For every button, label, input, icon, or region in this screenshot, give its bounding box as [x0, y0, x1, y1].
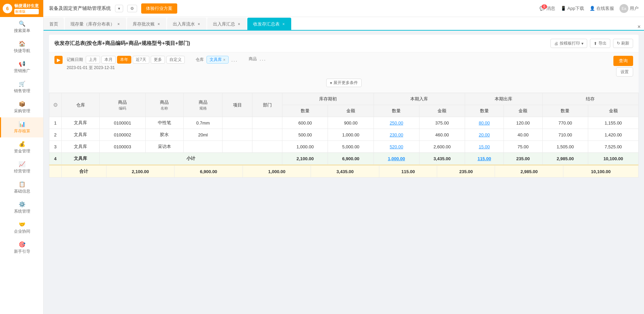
sidebar-item-basic[interactable]: 📋 基础信息	[0, 178, 43, 198]
warehouse-remove-btn[interactable]: ×	[223, 57, 226, 62]
filter-expand-row: ▾ 展开更多条件	[54, 77, 633, 89]
open-amt-cell: 900.00	[328, 117, 374, 129]
sub-label: 小计	[100, 153, 282, 165]
date-buttons: 上月 本月 本年 近7天 更多 自定义	[86, 56, 185, 64]
sub-out-qty[interactable]: 115.00	[465, 153, 504, 165]
gear-btn[interactable]: ⚙	[53, 102, 58, 108]
app-download-btn[interactable]: 📱 App下载	[561, 5, 584, 12]
col-settings[interactable]: ⚙	[49, 93, 62, 117]
bal-amt-cell: 1,155.00	[588, 117, 639, 129]
sidebar-item-inventory[interactable]: 📊 库存核算	[0, 117, 43, 137]
filter-toggle-btn[interactable]: ▶	[54, 56, 63, 64]
page-header: 收发存汇总表(按仓库+商品编码+商品+规格型号+项目+部门) 🖨 按模板打印 ▾…	[49, 35, 639, 52]
print-btn[interactable]: 🖨 按模板打印 ▾	[550, 39, 587, 48]
sidebar-item-guide[interactable]: 🎯 新手引导	[0, 238, 43, 258]
message-btn[interactable]: 💬 6 消息	[540, 5, 555, 12]
total-in-amt: 3,435.00	[311, 166, 379, 178]
spec-cell: 0.7mm	[184, 117, 222, 129]
date-btn-this-year[interactable]: 本年	[117, 56, 131, 64]
project-cell	[222, 141, 252, 153]
print-icon: 🖨	[554, 41, 558, 46]
tab-close-recv-send[interactable]: ×	[282, 22, 285, 27]
out-amt-cell: 75.00	[503, 141, 542, 153]
home-icon: 🏠	[19, 40, 26, 47]
bal-amt-cell: 1,420.00	[588, 129, 639, 141]
sidebar-item-search[interactable]: 🔍 搜索菜单	[0, 17, 43, 37]
tab-close-flow[interactable]: ×	[197, 22, 201, 27]
date-btn-custom[interactable]: 自定义	[166, 56, 185, 64]
out-qty-cell[interactable]: 15.00	[465, 141, 504, 153]
spec-cell: 20ml	[184, 129, 222, 141]
user-btn[interactable]: Ea 用户	[620, 4, 639, 13]
tab-home[interactable]: 首页	[44, 18, 64, 30]
sidebar-item-quick[interactable]: 🏠 快捷导航	[0, 37, 43, 57]
settings-btn[interactable]: ⚙	[127, 5, 137, 12]
seq-cell: 1	[49, 117, 62, 129]
code-cell: 0100003	[100, 141, 145, 153]
col-out-amt-header: 金额	[503, 105, 542, 117]
in-qty-cell[interactable]: 250.00	[374, 117, 419, 129]
col-code-header: 商品编码	[100, 93, 145, 117]
date-btn-last-month[interactable]: 上月	[86, 56, 100, 64]
sidebar-item-finance[interactable]: 💰 资金管理	[0, 137, 43, 158]
purchase-icon: 📦	[19, 101, 26, 107]
sidebar-item-collab[interactable]: 🤝 企业协同	[0, 218, 43, 238]
expand-filter-btn[interactable]: ▾ 展开更多条件	[326, 79, 362, 87]
out-qty-cell[interactable]: 20.00	[465, 129, 504, 141]
open-qty-cell: 600.00	[282, 117, 328, 129]
goods-more-btn[interactable]: ...	[260, 56, 266, 62]
tab-batch[interactable]: 库存批次账 ×	[127, 18, 166, 30]
online-service-btn[interactable]: 👤 在线客服	[590, 5, 614, 12]
export-btn[interactable]: ⬆ 导出	[590, 39, 610, 48]
col-bal-qty-header: 数量	[542, 105, 588, 117]
goods-filter: 商品 ...	[249, 56, 266, 62]
tab-close-summary[interactable]: ×	[237, 22, 241, 27]
sidebar-item-marketing[interactable]: 📢 营销推广	[0, 57, 43, 77]
sidebar-logo: 6 畅捷通好生意 标准版	[0, 0, 43, 17]
sub-in-qty[interactable]: 1,000.00	[374, 153, 419, 165]
open-amt-cell: 1,000.00	[328, 129, 374, 141]
warehouse-tag[interactable]: 文具库 ×	[207, 56, 229, 64]
warehouse-cell: 文具库	[62, 129, 100, 141]
tab-flow[interactable]: 出入库流水 ×	[167, 18, 207, 30]
tab-summary[interactable]: 出入库汇总 ×	[207, 18, 247, 30]
tab-close-batch[interactable]: ×	[157, 22, 161, 27]
query-btn[interactable]: 查询	[613, 56, 633, 66]
total-open-amt: 6,900.00	[175, 166, 243, 178]
filter-row-1: ▶ 记账日期 上月 本月 本年 近7天 更多 自定义	[54, 56, 633, 77]
date-btn-7days[interactable]: 近7天	[133, 56, 149, 64]
in-amt-cell: 460.00	[419, 129, 465, 141]
col-name-header: 商品名称	[145, 93, 183, 117]
sidebar-item-sales[interactable]: 🛒 销售管理	[0, 77, 43, 97]
warehouse-more-btn[interactable]: ...	[231, 57, 238, 63]
tab-stock-dist[interactable]: 现存量（库存分布表） ×	[65, 18, 126, 30]
name-cell: 胶水	[145, 129, 183, 141]
col-open-qty-header: 数量	[282, 105, 328, 117]
total-out-qty: 115.00	[379, 166, 437, 178]
total-footer: 合计 2,100.00 6,900.00 1,000.00 3,435.00 1…	[49, 165, 639, 178]
in-qty-cell[interactable]: 520.00	[374, 141, 419, 153]
setting-btn[interactable]: 设置	[616, 67, 633, 77]
date-btn-more[interactable]: 更多	[151, 56, 165, 64]
in-qty-cell[interactable]: 230.00	[374, 129, 419, 141]
dept-cell	[252, 129, 282, 141]
out-qty-cell[interactable]: 80.00	[465, 117, 504, 129]
refresh-btn[interactable]: ↻ 刷新	[613, 39, 633, 48]
sidebar-item-operation[interactable]: 📈 经营管理	[0, 158, 43, 178]
bal-amt-cell: 7,525.00	[588, 141, 639, 153]
sidebar-item-system[interactable]: ⚙️ 系统管理	[0, 198, 43, 218]
chevron-down-icon: ▾	[581, 41, 583, 46]
system-dropdown-btn[interactable]: ▾	[115, 5, 123, 12]
date-btn-this-month[interactable]: 本月	[101, 56, 116, 64]
page-card: 收发存汇总表(按仓库+商品编码+商品+规格型号+项目+部门) 🖨 按模板打印 ▾…	[49, 35, 639, 178]
tab-close-stock-dist[interactable]: ×	[117, 22, 120, 27]
basic-icon: 📋	[19, 181, 26, 187]
bal-qty-cell: 1,505.00	[542, 141, 588, 153]
sidebar-item-purchase[interactable]: 📦 采购管理	[0, 97, 43, 117]
tab-recv-send[interactable]: 收发存汇总表 ×	[247, 18, 291, 30]
trial-btn[interactable]: 体验行业方案	[141, 3, 177, 14]
close-all-tabs-btn[interactable]: ×	[637, 24, 641, 30]
main-area: 装备及固定资产辅助管理系统 ▾ ⚙ 体验行业方案 💬 6 消息 📱 App下载 …	[44, 0, 644, 314]
logo-text: 畅捷通好生意 标准版	[14, 3, 39, 14]
seq-cell: 2	[49, 129, 62, 141]
